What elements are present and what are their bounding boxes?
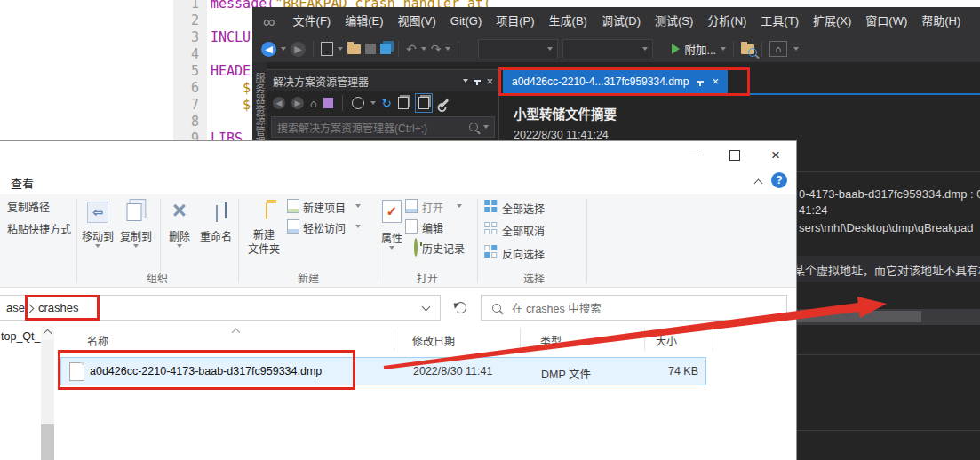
help-button[interactable]: ?	[771, 172, 787, 188]
delete-dropdown-icon[interactable]	[177, 244, 182, 248]
properties-button[interactable]: 属性	[381, 230, 402, 245]
copy-to-button[interactable]: 复制到	[120, 228, 152, 243]
menu-edit[interactable]: 编辑(E)	[338, 7, 390, 36]
delete-button[interactable]: 删除	[169, 228, 190, 243]
undo-dropdown-icon[interactable]	[421, 47, 426, 51]
move-to-button[interactable]: 移动到	[82, 228, 114, 243]
column-header-size[interactable]: 大小	[656, 333, 677, 348]
search-box[interactable]: 在 crashes 中搜索	[481, 295, 787, 321]
paste-shortcut-button[interactable]: 粘贴快捷方式	[7, 221, 71, 236]
menu-extensions[interactable]: 扩展(X)	[806, 7, 858, 36]
redo-dropdown-icon[interactable]	[445, 47, 450, 51]
new-folder-icon[interactable]	[266, 202, 267, 219]
history-icon[interactable]	[414, 238, 418, 257]
collapse-ribbon-icon[interactable]	[754, 179, 763, 188]
find-in-files-icon[interactable]	[741, 44, 754, 54]
menu-window[interactable]: 窗口(W)	[858, 7, 914, 36]
edit-icon[interactable]	[405, 219, 418, 234]
open-dropdown-icon[interactable]	[457, 204, 462, 208]
copy-to-icon[interactable]	[127, 203, 142, 221]
breadcrumb-prefix[interactable]: ase	[6, 301, 25, 314]
column-header-type[interactable]: 类型	[540, 333, 562, 348]
redo-icon[interactable]: ↷	[431, 43, 442, 55]
column-header-date[interactable]: 修改日期	[412, 333, 455, 348]
invert-selection-button[interactable]: 反向选择	[502, 246, 545, 261]
switch-views-icon[interactable]	[323, 98, 333, 108]
copy-path-button[interactable]: 复制路径	[7, 199, 50, 214]
new-folder-button-line2[interactable]: 文件夹	[248, 241, 280, 256]
scrollbar-thumb[interactable]	[41, 424, 54, 460]
minimize-button[interactable]	[673, 141, 714, 169]
home-icon[interactable]: ⌂	[769, 41, 787, 57]
refresh-button[interactable]	[446, 295, 474, 321]
properties-dropdown-icon[interactable]	[389, 246, 394, 250]
platform-combobox[interactable]	[562, 39, 653, 59]
toolbar-overflow-icon[interactable]	[793, 47, 799, 51]
menu-git[interactable]: Git(G)	[443, 7, 489, 36]
panel-dropdown-icon[interactable]	[463, 79, 468, 83]
delete-icon[interactable]: ×	[172, 199, 187, 223]
new-item-button[interactable]: 新建项目	[303, 200, 346, 215]
column-header-name[interactable]: 名称	[87, 333, 108, 348]
rename-icon[interactable]	[216, 205, 218, 222]
new-item-icon[interactable]	[287, 199, 299, 213]
easy-access-button[interactable]: 轻松访问	[303, 220, 346, 235]
select-all-button[interactable]: 全部选择	[502, 201, 545, 216]
menu-test[interactable]: 测试(S)	[648, 7, 700, 36]
column-separator[interactable]	[520, 328, 521, 351]
tab-view[interactable]: 查看	[11, 174, 34, 191]
refresh-icon[interactable]: ↻	[382, 98, 392, 109]
collapse-all-icon[interactable]	[398, 97, 409, 109]
horizontal-scrollbar[interactable]	[768, 309, 980, 325]
open-folder-icon[interactable]	[347, 44, 361, 54]
move-to-icon[interactable]: ⇦	[87, 202, 108, 223]
menu-view[interactable]: 视图(V)	[391, 7, 443, 36]
home-icon[interactable]: ⌂	[310, 98, 317, 109]
menu-project[interactable]: 项目(P)	[489, 7, 541, 36]
nav-scrollbar[interactable]	[41, 326, 54, 460]
rename-button[interactable]: 重命名	[200, 228, 232, 243]
menu-tools[interactable]: 工具(T)	[753, 7, 806, 36]
edit-button[interactable]: 编辑	[422, 220, 443, 235]
close-icon[interactable]: ×	[486, 75, 493, 87]
attach-dropdown-icon[interactable]	[721, 47, 726, 51]
menu-help[interactable]: 帮助(H)	[914, 7, 968, 36]
pending-changes-icon[interactable]	[352, 97, 364, 109]
search-dropdown-icon[interactable]	[483, 125, 489, 129]
menu-build[interactable]: 生成(B)	[542, 7, 594, 36]
configuration-combobox[interactable]	[478, 39, 558, 59]
clock-dropdown-icon[interactable]	[370, 101, 376, 105]
attach-run-icon[interactable]	[672, 44, 680, 54]
new-file-dropdown-icon[interactable]	[338, 47, 343, 51]
new-file-icon[interactable]	[321, 42, 333, 56]
open-button[interactable]: 打开	[422, 200, 443, 215]
scroll-up-button[interactable]	[41, 326, 54, 340]
column-separator[interactable]	[713, 328, 713, 351]
save-all-icon[interactable]	[380, 44, 391, 54]
solution-explorer-search[interactable]: 搜索解决方案资源管理器(Ctrl+;)	[271, 116, 495, 138]
move-to-dropdown-icon[interactable]	[95, 244, 100, 248]
forward-icon[interactable]: ▶	[291, 97, 304, 109]
back-dropdown-icon[interactable]	[281, 47, 286, 51]
menu-debug[interactable]: 调试(D)	[594, 7, 648, 36]
copy-to-dropdown-icon[interactable]	[133, 244, 139, 248]
nav-pane-item[interactable]: top_Qt_5	[1, 330, 46, 343]
select-none-button[interactable]: 全部取消	[502, 223, 545, 238]
scrollbar-thumb[interactable]	[797, 311, 921, 322]
navigate-back-icon[interactable]: ◀	[261, 42, 276, 57]
column-separator[interactable]	[644, 328, 645, 351]
open-icon[interactable]	[405, 199, 418, 213]
address-dropdown-icon[interactable]	[422, 303, 431, 312]
select-all-icon[interactable]	[484, 200, 497, 212]
column-separator[interactable]	[394, 328, 394, 351]
navigate-forward-icon[interactable]: ▶	[291, 42, 306, 57]
properties-icon[interactable]: ✓	[382, 200, 402, 223]
easy-access-dropdown-icon[interactable]	[355, 225, 361, 228]
pin-icon[interactable]	[474, 80, 481, 82]
save-icon[interactable]	[365, 44, 376, 54]
history-button[interactable]: 历史记录	[422, 241, 465, 256]
close-button[interactable]: ×	[755, 141, 796, 169]
undo-icon[interactable]: ↶	[406, 43, 417, 55]
invert-selection-icon[interactable]	[484, 245, 497, 258]
new-folder-button-line1[interactable]: 新建	[253, 226, 275, 242]
